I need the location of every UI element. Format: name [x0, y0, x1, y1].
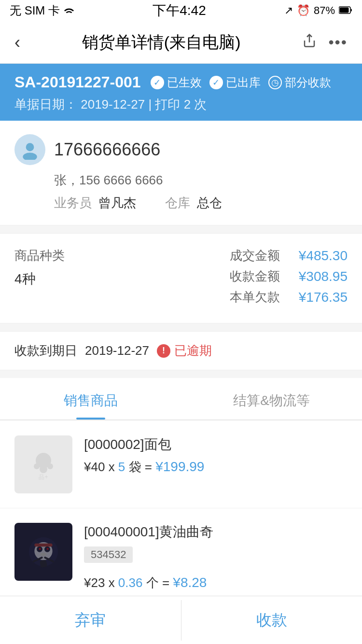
- check-icon-1: ✓: [151, 76, 164, 89]
- unit-2: 个: [146, 575, 159, 590]
- alarm-icon: ⏰: [297, 4, 310, 17]
- deal-amount-label: 成交金额: [230, 247, 280, 264]
- collect-payment-button[interactable]: 收款: [181, 600, 362, 641]
- order-status-badges: ✓ 已生效 ✓ 已出库 ◷ 部分收款: [151, 75, 331, 90]
- sales-label: 业务员: [54, 195, 92, 211]
- svg-point-7: [47, 463, 53, 469]
- order-banner: SA-20191227-001 ✓ 已生效 ✓ 已出库 ◷ 部分收款 单据日期：…: [0, 64, 362, 121]
- svg-point-15: [39, 548, 41, 550]
- customer-section: 17666666666 张，156 6666 6666 业务员 曾凡杰 仓库 总…: [0, 121, 362, 225]
- bottom-bar: 弃审 收款: [0, 596, 362, 644]
- nav-right-buttons: •••: [302, 33, 348, 51]
- received-label: 收款金额: [230, 268, 280, 285]
- more-icon[interactable]: •••: [328, 33, 348, 51]
- customer-meta: 业务员 曾凡杰 仓库 总仓: [14, 195, 348, 211]
- product-thumb-2: [14, 523, 72, 581]
- unit-price-2: ¥23: [84, 575, 105, 590]
- svg-point-16: [47, 548, 49, 550]
- svg-text:品+: 品+: [39, 474, 48, 480]
- overdue-badge: ! 已逾期: [157, 342, 212, 359]
- customer-name-phone: 张，156 6666 6666: [14, 172, 348, 189]
- deal-amount-value: ¥485.30: [290, 248, 348, 264]
- status-partial: ◷ 部分收款: [268, 75, 331, 90]
- overdue-date: 2019-12-27: [85, 343, 149, 358]
- qty-2: 0.36: [118, 575, 143, 590]
- overdue-section: 收款到期日 2019-12-27 ! 已逾期: [0, 331, 362, 370]
- overdue-text: 已逾期: [174, 342, 212, 359]
- product-price-1: ¥40 x 5 袋 = ¥199.99: [84, 459, 348, 476]
- status-bar-left: 无 SIM 卡: [10, 3, 74, 18]
- product-item: 品+ [0000002]面包 ¥40 x 5 袋 = ¥199.99: [0, 421, 362, 508]
- tab-settlement-logistics[interactable]: 结算&物流等: [181, 378, 362, 420]
- tabs-row: 销售商品 结算&物流等: [0, 378, 362, 420]
- status-effective: ✓ 已生效: [151, 75, 202, 90]
- type-label-text: 商品种类: [14, 247, 65, 264]
- received-value: ¥308.95: [290, 269, 348, 284]
- owed-amount-row: 本单欠款 ¥176.35: [230, 289, 348, 306]
- product-thumb-1: 品+: [14, 435, 72, 493]
- svg-point-8: [40, 465, 47, 473]
- owed-value: ¥176.35: [290, 290, 348, 305]
- total-2: ¥8.28: [173, 575, 207, 590]
- status-bar: 无 SIM 卡 下午4:42 ↗ ⏰ 87%: [0, 0, 362, 21]
- summary-row: 商品种类 4种 成交金额 ¥485.30 收款金额 ¥308.95 本单欠款 ¥…: [14, 247, 348, 309]
- overdue-label: 收款到期日: [14, 342, 77, 359]
- check-icon-2: ✓: [209, 76, 223, 89]
- customer-phone: 17666666666: [54, 140, 160, 160]
- battery-icon: [339, 4, 352, 17]
- location-icon: ↗: [284, 4, 293, 17]
- summary-left: 商品种类 4种: [14, 247, 65, 288]
- received-amount-row: 收款金额 ¥308.95: [230, 268, 348, 285]
- unit-1: 袋: [129, 460, 141, 474]
- unit-price-1: ¥40: [84, 460, 105, 474]
- owed-label: 本单欠款: [230, 289, 280, 306]
- product-list: 品+ [0000002]面包 ¥40 x 5 袋 = ¥199.99: [0, 421, 362, 606]
- svg-point-6: [34, 463, 40, 469]
- summary-right: 成交金额 ¥485.30 收款金额 ¥308.95 本单欠款 ¥176.35: [230, 247, 348, 309]
- status-bar-time: 下午4:42: [153, 1, 206, 20]
- battery-text: 87%: [314, 4, 335, 17]
- customer-top: 17666666666: [14, 134, 348, 165]
- svg-point-3: [26, 143, 34, 151]
- warehouse-label: 仓库: [165, 195, 190, 211]
- carrier-text: 无 SIM 卡: [10, 3, 60, 18]
- product-price-2: ¥23 x 0.36 个 = ¥8.28: [84, 574, 348, 591]
- svg-point-18: [40, 553, 46, 556]
- customer-sales: 业务员 曾凡杰: [54, 195, 136, 211]
- sales-name: 曾凡杰: [98, 195, 136, 211]
- clock-icon: ◷: [268, 76, 282, 89]
- order-id: SA-20191227-001: [14, 73, 141, 91]
- svg-rect-17: [34, 544, 52, 547]
- tabs-section: 销售商品 结算&物流等: [0, 378, 362, 420]
- qty-1: 5: [118, 460, 125, 474]
- share-icon[interactable]: [302, 33, 317, 51]
- customer-avatar: [14, 134, 45, 165]
- summary-section: 商品种类 4种 成交金额 ¥485.30 收款金额 ¥308.95 本单欠款 ¥…: [0, 233, 362, 323]
- product-item-2: [000400001]黄油曲奇 534532 ¥23 x 0.36 个 = ¥8…: [0, 508, 362, 606]
- nav-bar: ‹ 销货单详情(来自电脑) •••: [0, 21, 362, 64]
- warehouse-name: 总仓: [197, 195, 222, 211]
- wifi-icon: [64, 4, 74, 17]
- product-info-2: [000400001]黄油曲奇 534532 ¥23 x 0.36 个 = ¥8…: [84, 523, 348, 591]
- total-1: ¥199.99: [155, 459, 204, 474]
- type-count: 4种: [14, 270, 65, 288]
- svg-point-4: [23, 153, 37, 160]
- deal-amount-row: 成交金额 ¥485.30: [230, 247, 348, 264]
- status-shipped: ✓ 已出库: [209, 75, 261, 90]
- status-bar-right: ↗ ⏰ 87%: [284, 4, 352, 17]
- back-button[interactable]: ‹: [14, 32, 20, 53]
- tab-sales-products[interactable]: 销售商品: [0, 378, 181, 420]
- product-sku-2: 534532: [84, 546, 133, 563]
- customer-warehouse: 仓库 总仓: [165, 195, 222, 211]
- product-name-1: [0000002]面包: [84, 435, 348, 454]
- overdue-dot-icon: !: [157, 344, 170, 358]
- product-name-2: [000400001]黄油曲奇: [84, 523, 348, 541]
- page-title: 销货单详情(来自电脑): [82, 31, 241, 54]
- svg-rect-1: [340, 8, 349, 13]
- order-date-line: 单据日期： 2019-12-27 | 打印 2 次: [14, 96, 348, 113]
- cancel-review-button[interactable]: 弃审: [0, 600, 181, 641]
- product-info-1: [0000002]面包 ¥40 x 5 袋 = ¥199.99: [84, 435, 348, 476]
